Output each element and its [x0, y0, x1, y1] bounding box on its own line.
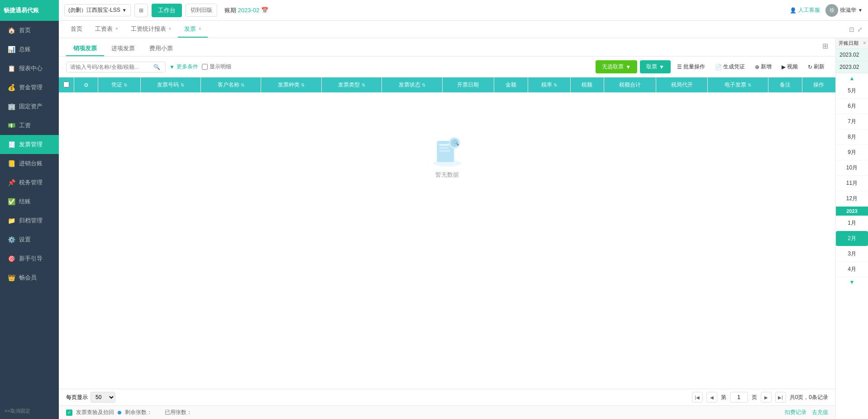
per-page-select[interactable]: 50 10 20 100	[91, 392, 115, 403]
tab-invoice[interactable]: 发票 ×	[178, 21, 208, 38]
new-button[interactable]: ⊕ 新增	[751, 61, 775, 72]
sidebar-item-archive[interactable]: 📁 归档管理	[0, 211, 59, 230]
prev-page-button[interactable]: ◀	[706, 392, 717, 403]
service-button[interactable]: 👤 人工客服	[790, 6, 820, 14]
svg-rect-4	[439, 150, 450, 152]
th-invoice-kind[interactable]: 发票类型 ⇅	[321, 77, 382, 92]
grid-settings-icon[interactable]: ⊞	[822, 42, 828, 50]
window-expand-icon[interactable]: ⤢	[857, 26, 863, 33]
sidebar-item-tax[interactable]: 📌 税务管理	[0, 173, 59, 192]
workbench-button[interactable]: 工作台	[152, 4, 182, 17]
filter-button[interactable]: ▼ 更多条件	[169, 63, 198, 71]
subtab-sales-label: 销项发票	[73, 45, 97, 52]
th-voucher[interactable]: 凭证 ⇅	[98, 77, 141, 92]
first-page-button[interactable]: |◀	[692, 392, 703, 403]
date-month-10[interactable]: 10月	[836, 160, 868, 176]
sidebar-item-reports[interactable]: 📋 报表中心	[0, 59, 59, 78]
date-scroll-down[interactable]: ▼	[836, 277, 868, 287]
tab-salary[interactable]: 工资表 ×	[89, 21, 124, 38]
user-chevron-icon: ▼	[858, 8, 863, 13]
batch-op-button[interactable]: ☰ 批量操作	[673, 61, 709, 72]
gen-voucher-button[interactable]: 📄 生成凭证	[711, 61, 749, 72]
sidebar-item-ledger[interactable]: 📊 总账	[0, 40, 59, 59]
search-icon[interactable]: 🔍	[153, 64, 160, 70]
sidebar-item-assets[interactable]: 🏢 固定资产	[0, 97, 59, 116]
date-month-5[interactable]: 5月	[836, 83, 868, 99]
subtab-purchase[interactable]: 进项发票	[104, 42, 142, 56]
no-select-button[interactable]: 无选取票 ▼	[596, 60, 637, 73]
take-ticket-button[interactable]: 取票 ▼	[640, 60, 671, 73]
subtab-sales[interactable]: 销项发票	[66, 42, 104, 56]
switch-version-button[interactable]: 切到旧版	[186, 4, 217, 17]
dropdown-arrow-icon: ▼	[625, 64, 631, 70]
date-month-1[interactable]: 1月	[836, 216, 868, 231]
refresh-button[interactable]: ↻ 刷新	[804, 61, 828, 72]
tab-home[interactable]: 首页	[64, 21, 89, 38]
date-month-7[interactable]: 7月	[836, 114, 868, 130]
video-button[interactable]: ▶ 视频	[778, 61, 801, 72]
select-all-checkbox[interactable]	[63, 82, 69, 87]
th-tax-amount[interactable]: 税额	[570, 77, 604, 92]
show-detail-checkbox[interactable]: 显示明细	[202, 63, 231, 71]
sidebar-item-trade[interactable]: 📒 进销台账	[0, 154, 59, 173]
th-checkbox[interactable]	[59, 77, 74, 92]
search-box[interactable]: 🔍	[66, 62, 166, 72]
date-month-2[interactable]: 2月	[836, 231, 868, 246]
tab-salary-close[interactable]: ×	[115, 26, 118, 31]
last-page-button[interactable]: ▶|	[775, 392, 786, 403]
sidebar-item-invoice[interactable]: 🧾 发票管理	[0, 135, 59, 154]
date-month-11[interactable]: 11月	[836, 176, 868, 191]
date-year-2023-02-first[interactable]: 2023.02	[836, 49, 868, 61]
th-invoice-type[interactable]: 发票种类 ⇅	[261, 77, 321, 92]
date-month-6[interactable]: 6月	[836, 99, 868, 114]
company-settings-icon[interactable]: ⊞	[134, 4, 148, 17]
date-month-9[interactable]: 9月	[836, 145, 868, 160]
th-tax-rate[interactable]: 税率 ⇅	[528, 77, 570, 92]
tab-invoice-close[interactable]: ×	[199, 26, 201, 31]
company-selector[interactable]: (勿删）江西股宝-LSS ▼	[64, 4, 131, 16]
sidebar-item-funds[interactable]: 💰 资金管理	[0, 78, 59, 97]
date-year-2023-02-second[interactable]: 2023.02	[836, 61, 868, 73]
sidebar-item-label: 新手引导	[19, 255, 43, 263]
show-detail-input[interactable]	[202, 64, 208, 70]
date-panel-close-icon[interactable]: ×	[863, 40, 866, 46]
th-amount[interactable]: 金额	[494, 77, 528, 92]
sidebar-item-guide[interactable]: 🎯 新手引导	[0, 249, 59, 268]
th-invoice-no[interactable]: 发票号码 ⇅	[140, 77, 200, 92]
maximize-icon[interactable]: ⊡	[849, 26, 854, 33]
subtab-expense[interactable]: 费用小票	[142, 42, 180, 56]
next-page-button[interactable]: ▶	[761, 392, 772, 403]
sidebar-item-settings[interactable]: ⚙️ 设置	[0, 230, 59, 249]
th-open-date[interactable]: 开票日期	[442, 77, 494, 92]
recharge-link[interactable]: 去充值	[812, 409, 828, 416]
calendar-icon[interactable]: 📅	[261, 7, 268, 14]
tab-salary-stats[interactable]: 工资统计报表 ×	[124, 21, 178, 38]
date-month-4[interactable]: 4月	[836, 262, 868, 277]
verify-icon: ✓	[66, 409, 72, 416]
th-settings[interactable]: ⚙	[74, 77, 98, 92]
th-tax-bureau[interactable]: 税局代开	[656, 77, 708, 92]
sort-voucher-icon: ⇅	[124, 82, 127, 87]
fee-records-link[interactable]: 扣费记录	[785, 409, 806, 416]
th-e-invoice[interactable]: 电子发票 ⇅	[708, 77, 768, 92]
tab-salary-stats-close[interactable]: ×	[169, 26, 172, 31]
date-scroll-up[interactable]: ▲	[836, 73, 868, 83]
search-input[interactable]	[70, 64, 152, 70]
date-month-3[interactable]: 3月	[836, 246, 868, 262]
sidebar-item-home[interactable]: 🏠 首页	[0, 21, 59, 40]
guide-icon: 🎯	[7, 255, 15, 262]
sidebar-item-salary[interactable]: 💵 工资	[0, 116, 59, 135]
user-menu[interactable]: 徐 徐滋华 ▼	[825, 4, 863, 17]
page-number-input[interactable]	[730, 392, 748, 403]
th-remark[interactable]: 备注	[768, 77, 802, 92]
th-customer[interactable]: 客户名称 ⇅	[201, 77, 261, 92]
th-action[interactable]: 操作	[802, 77, 835, 92]
date-month-8[interactable]: 8月	[836, 130, 868, 145]
th-invoice-status[interactable]: 发票状态 ⇅	[382, 77, 442, 92]
sidebar-pin-toggle[interactable]: <<取消固定	[0, 403, 59, 419]
date-month-12[interactable]: 12月	[836, 191, 868, 207]
th-tax-total[interactable]: 税额合计	[604, 77, 656, 92]
sidebar-item-member[interactable]: 👑 畅会员	[0, 268, 59, 287]
avatar: 徐	[825, 4, 838, 17]
sidebar-item-close[interactable]: ✅ 结账	[0, 192, 59, 211]
